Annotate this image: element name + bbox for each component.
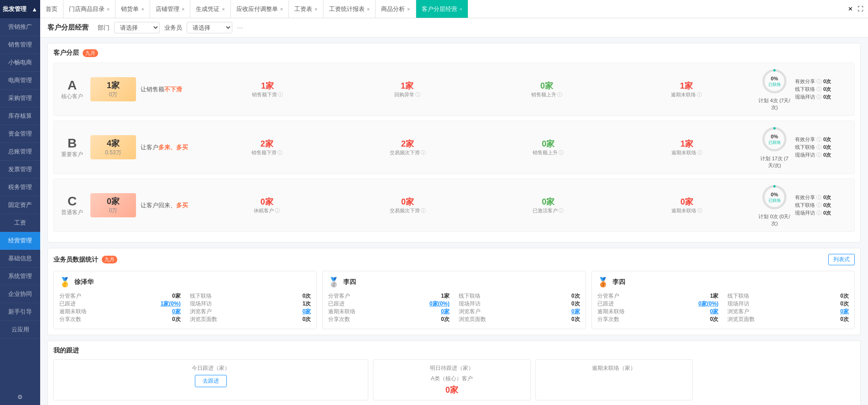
svg-text:0%: 0% xyxy=(771,76,778,81)
tab-工资表[interactable]: 工资表× xyxy=(289,0,323,18)
sidebar-item-采购管理[interactable]: 采购管理 xyxy=(0,89,40,107)
staff-row-label: 线下联络 xyxy=(459,292,481,300)
tomorrow-followup-card: 明日待跟进（家） A类（核心）客户 0家 xyxy=(373,359,530,400)
main-area: 首页门店商品目录×销货单×店铺管理×生成凭证×应收应付调整单×工资表×工资统计报… xyxy=(40,0,868,405)
tab-店铺管理[interactable]: 店铺管理× xyxy=(150,0,190,18)
tier-stat-item[interactable]: 0家 交易频次下滑 ⓘ xyxy=(390,196,426,214)
sidebar-item-系统管理[interactable]: 系统管理 xyxy=(0,268,40,285)
tab-门店商品目录[interactable]: 门店商品目录× xyxy=(63,0,115,18)
staff-select[interactable]: 请选择 xyxy=(187,22,232,33)
tab-close-应收应付调整单[interactable]: × xyxy=(280,6,283,12)
staff-row-val[interactable]: 0家 xyxy=(840,308,849,316)
sidebar-item-小畅电商[interactable]: 小畅电商 xyxy=(0,54,40,72)
staff-row-val[interactable]: 0家 xyxy=(441,308,450,316)
tab-close-商品分析[interactable]: × xyxy=(407,6,410,12)
tab-应收应付调整单[interactable]: 应收应付调整单× xyxy=(231,0,289,18)
staff-row-val: 0次 xyxy=(840,292,849,300)
tier-stat-item[interactable]: 2家 销售额下滑 ⓘ xyxy=(251,138,283,156)
sidebar-item-基础信息[interactable]: 基础信息 xyxy=(0,250,40,268)
go-followup-button[interactable]: 去跟进 xyxy=(195,375,227,387)
tier-stat-item[interactable]: 2家 交易频次下滑 ⓘ xyxy=(390,138,426,156)
staff-row-val[interactable]: 0家(0%) xyxy=(429,300,450,308)
close-window-icon[interactable]: ✕ xyxy=(848,5,853,12)
staff-row-label: 浏览页面数 xyxy=(459,316,486,323)
staff-avatar: 🥉 xyxy=(597,277,609,288)
tier-circle-A: 0% 已联络 计划 4次 (7天/次) xyxy=(758,68,790,111)
staff-row-val[interactable]: 1家(0%) xyxy=(161,300,181,308)
sidebar-item-营销推广[interactable]: 营销推广 xyxy=(0,18,40,36)
tab-首页[interactable]: 首页 xyxy=(40,0,63,18)
tab-close-门店商品目录[interactable]: × xyxy=(107,6,110,12)
staff-right-col: 线下联络0次现场拜访1次浏览客户0家浏览页面数0次 xyxy=(190,292,311,323)
list-view-button[interactable]: 列表式 xyxy=(828,254,855,265)
svg-point-4 xyxy=(763,128,785,150)
staff-row-val[interactable]: 0家(0%) xyxy=(698,300,718,308)
tab-close-工资表[interactable]: × xyxy=(314,6,317,12)
tab-close-店铺管理[interactable]: × xyxy=(182,6,184,12)
expand-icon[interactable]: ⛶ xyxy=(858,5,863,12)
tier-count-B[interactable]: 4家0.53万 xyxy=(90,135,136,159)
tab-工资统计报表[interactable]: 工资统计报表× xyxy=(324,0,376,18)
tier-stat-item[interactable]: 1家 销售额下滑 ⓘ xyxy=(251,80,283,98)
tier-stat-item[interactable]: 0家 休眠客户 ⓘ xyxy=(251,196,283,214)
tier-stat-item[interactable]: 0家 逾期未联络 ⓘ xyxy=(671,196,703,214)
tab-close-销货单[interactable]: × xyxy=(141,6,144,12)
staff-row: 浏览页面数0次 xyxy=(727,316,849,323)
staff-row: 线下联络0次 xyxy=(459,292,580,300)
sidebar-item-企业协同[interactable]: 企业协同 xyxy=(0,285,40,303)
svg-text:已联络: 已联络 xyxy=(769,140,781,145)
tab-客户分层经营[interactable]: 客户分层经营× xyxy=(416,0,468,18)
tab-销货单[interactable]: 销货单× xyxy=(115,0,150,18)
sidebar-item-电商管理[interactable]: 电商管理 xyxy=(0,72,40,89)
sidebar-settings[interactable]: ⚙ xyxy=(0,389,40,405)
staff-left-col: 分管客户1家已跟进0家(0%)逾期未联络0家分享次数0次 xyxy=(597,292,719,323)
staff-row-label: 逾期未联络 xyxy=(597,308,625,316)
staff-row-val: 0次 xyxy=(840,300,849,308)
sidebar-item-云应用[interactable]: 云应用 xyxy=(0,321,40,339)
tier-grade-B: B重要客户 xyxy=(58,136,86,158)
tier-count-C[interactable]: 0家0万 xyxy=(90,193,136,217)
tier-stat-item[interactable]: 0家 销售额上升 ⓘ xyxy=(531,80,563,98)
staff-card-李四: 🥈李四分管客户1家已跟进0家(0%)逾期未联络0家分享次数0次线下联络0次现场拜… xyxy=(322,271,586,329)
today-followup-label: 今日跟进（家） xyxy=(58,364,363,372)
staff-row-val: 0次 xyxy=(441,316,450,323)
tier-stat-item[interactable]: 1家 回购异常 ⓘ xyxy=(391,80,423,98)
tab-生成凭证[interactable]: 生成凭证× xyxy=(190,0,230,18)
staff-row-val[interactable]: 0家 xyxy=(303,308,311,316)
tier-stat-item[interactable]: 0家 已激活客户 ⓘ xyxy=(532,196,564,214)
tier-stat-item[interactable]: 1家 逾期未联络 ⓘ xyxy=(670,80,702,98)
tab-close-工资统计报表[interactable]: × xyxy=(367,6,370,12)
sidebar-item-新手引导[interactable]: 新手引导 xyxy=(0,303,40,321)
staff-row: 分管客户1家 xyxy=(597,292,719,300)
more-options[interactable]: ··· xyxy=(237,24,243,32)
dept-select[interactable]: 请选择 xyxy=(114,22,160,33)
staff-row: 已跟进1家(0%) xyxy=(59,300,181,308)
tier-count-A[interactable]: 1家0万 xyxy=(90,77,136,101)
sidebar-item-经营管理[interactable]: 经营管理 xyxy=(0,232,40,250)
staff-right-col: 线下联络0次现场拜访0次浏览客户0家浏览页面数0次 xyxy=(727,292,849,323)
staff-row-val[interactable]: 0家 xyxy=(571,308,580,316)
tab-商品分析[interactable]: 商品分析× xyxy=(376,0,416,18)
sidebar-item-总账管理[interactable]: 总账管理 xyxy=(0,143,40,161)
sidebar-collapse-icon[interactable]: ▲ xyxy=(31,6,37,13)
customer-tier-badge: 九月 xyxy=(83,49,98,57)
staff-row-val[interactable]: 0家 xyxy=(172,308,181,316)
sidebar-item-固定资产[interactable]: 固定资产 xyxy=(0,196,40,214)
tier-stats-B: 2家 销售额下滑 ⓘ 2家 交易频次下滑 ⓘ 0家 销售额上升 ⓘ 1家 逾期未… xyxy=(200,138,754,156)
staff-row-val[interactable]: 0家 xyxy=(710,308,719,316)
tier-stat-item[interactable]: 0家 销售额上升 ⓘ xyxy=(532,138,564,156)
staff-row: 分管客户1家 xyxy=(328,292,450,300)
tab-close-生成凭证[interactable]: × xyxy=(222,6,225,12)
staff-left-col: 分管客户0家已跟进1家(0%)逾期未联络0家分享次数0次 xyxy=(59,292,181,323)
sidebar-item-发票管理[interactable]: 发票管理 xyxy=(0,161,40,179)
staff-row-val: 0次 xyxy=(710,316,719,323)
tier-stat-item[interactable]: 1家 逾期未联络 ⓘ xyxy=(671,138,703,156)
sidebar-item-税务管理[interactable]: 税务管理 xyxy=(0,179,40,196)
sidebar-item-库存核算[interactable]: 库存核算 xyxy=(0,107,40,125)
sidebar-item-资金管理[interactable]: 资金管理 xyxy=(0,125,40,143)
sidebar-item-工资[interactable]: 工资 xyxy=(0,214,40,232)
staff-stats-badge: 九月 xyxy=(102,256,117,263)
sidebar-item-销售管理[interactable]: 销售管理 xyxy=(0,36,40,54)
tier-a-label: A类（核心）客户 xyxy=(378,375,525,383)
tab-close-客户分层经营[interactable]: × xyxy=(460,6,462,12)
